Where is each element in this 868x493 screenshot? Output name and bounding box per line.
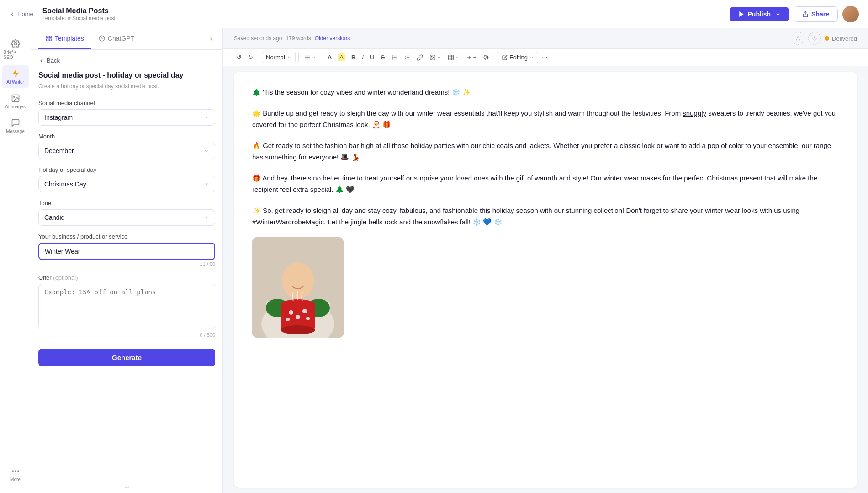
editor-paragraph-1: 🌲 'Tis the season for cozy vibes and win… — [252, 86, 839, 98]
field-tone-label: Tone — [38, 200, 215, 207]
share-button[interactable]: Share — [794, 6, 838, 22]
text-style-select[interactable]: Normal — [262, 52, 296, 63]
strikethrough-button[interactable]: S — [378, 52, 387, 63]
svg-point-51 — [302, 309, 307, 313]
business-input[interactable] — [38, 243, 215, 260]
panel: Templates ChatGPT Back Social media post… — [31, 28, 223, 493]
person-icon — [795, 36, 801, 41]
publish-play-icon — [738, 11, 745, 18]
editing-label: Editing — [509, 54, 528, 61]
font-color-button[interactable]: A — [325, 52, 334, 63]
link-button[interactable] — [414, 53, 426, 63]
sidebar-label-ai-writer: AI Writer — [6, 80, 24, 85]
italic-button[interactable]: I — [359, 52, 366, 63]
tab-templates-label: Templates — [55, 35, 84, 42]
editor-toolbar: ↺ ↻ Normal A A B I U S — [223, 48, 868, 66]
tab-templates[interactable]: Templates — [38, 28, 91, 49]
sidebar-item-message[interactable]: Message — [2, 115, 29, 138]
svg-point-5 — [13, 96, 14, 98]
status-dot — [825, 36, 829, 41]
underline-button[interactable]: U — [367, 52, 377, 63]
back-chevron-icon — [38, 58, 45, 64]
align-icon — [304, 54, 311, 61]
paragraph-3-text: 🔥 Get ready to set the fashion bar high … — [252, 142, 831, 161]
svg-point-2 — [14, 43, 16, 45]
bold-button[interactable]: B — [349, 52, 358, 63]
svg-point-52 — [286, 318, 290, 321]
toolbar-divider-1 — [259, 53, 259, 62]
more-options-button[interactable]: ⋯ — [539, 52, 550, 63]
older-versions-link[interactable]: Older versions — [315, 35, 350, 42]
home-link[interactable]: Home — [9, 11, 33, 17]
more-dots-icon — [11, 466, 20, 476]
avatar-image — [842, 6, 859, 22]
toolbar-divider-2 — [298, 53, 299, 62]
share-icon — [802, 11, 809, 17]
word-count: 179 words — [286, 35, 311, 42]
form-description: Create a holiday or special day social m… — [38, 82, 215, 90]
top-nav: Home Social Media Posts Template: # Soci… — [0, 0, 868, 28]
svg-rect-12 — [49, 39, 51, 41]
social-channel-select[interactable]: Instagram Facebook Twitter LinkedIn — [38, 109, 215, 126]
image-insert-button[interactable] — [427, 53, 444, 63]
share-label: Share — [811, 11, 829, 18]
svg-point-49 — [289, 310, 293, 315]
svg-point-14 — [797, 37, 799, 38]
generate-button[interactable]: Generate — [38, 349, 215, 366]
nav-actions: Publish Share — [730, 6, 859, 22]
svg-rect-30 — [449, 55, 454, 60]
paragraph-5-text: ✨ So, get ready to sleigh all day and st… — [252, 207, 799, 226]
publish-chevron-icon — [775, 11, 781, 17]
christmas-cup-image — [252, 237, 344, 338]
back-button[interactable]: Back — [38, 57, 215, 64]
status-label: Delivered — [832, 35, 857, 42]
offer-optional: (optional) — [53, 274, 78, 281]
svg-rect-9 — [47, 36, 48, 38]
tab-chatgpt[interactable]: ChatGPT — [91, 28, 142, 49]
undo-button[interactable]: ↺ — [234, 52, 244, 63]
gear-icon — [11, 39, 20, 48]
editor-content[interactable]: 🌲 'Tis the season for cozy vibes and win… — [234, 72, 857, 488]
sidebar-item-more[interactable]: More — [2, 463, 29, 486]
publish-button[interactable]: Publish — [730, 7, 789, 21]
sidebar-label-more: More — [10, 477, 21, 482]
offer-textarea[interactable] — [38, 284, 215, 329]
month-select[interactable]: JanuaryFebruaryMarchAprilMayJuneJulyAugu… — [38, 143, 215, 159]
field-offer-label: Offer (optional) — [38, 274, 215, 281]
offer-char-count: 0 / 500 — [38, 332, 215, 338]
editor-paragraph-2: 🌟 Bundle up and get ready to sleigh the … — [252, 107, 839, 131]
paragraph-1-text: 🌲 'Tis the season for cozy vibes and win… — [252, 88, 471, 96]
form-title: Social media post - holiday or special d… — [38, 71, 215, 80]
style-chevron-icon — [287, 55, 291, 60]
saved-label: Saved seconds ago — [234, 35, 282, 42]
panel-collapse-button[interactable] — [208, 28, 215, 49]
sidebar-label-brief-seo: Brief + SEO — [4, 50, 27, 60]
field-month-label: Month — [38, 133, 215, 140]
insert-image-icon — [429, 54, 436, 61]
editing-mode-select[interactable]: Editing — [498, 52, 538, 63]
toolbar-divider-4 — [495, 53, 495, 62]
clear-format-button[interactable] — [480, 53, 492, 63]
bullet-list-button[interactable] — [388, 53, 400, 63]
redo-button[interactable]: ↻ — [245, 52, 256, 63]
sidebar-item-ai-images[interactable]: AI Images — [2, 90, 29, 113]
svg-point-48 — [281, 325, 315, 334]
special-chars-button[interactable]: ± — [463, 52, 479, 63]
chat-icon — [11, 118, 20, 127]
content-image — [252, 237, 344, 338]
field-tone: Tone Candid Formal Casual Humorous Inspi… — [38, 200, 215, 226]
sidebar-item-brief-seo[interactable]: Brief + SEO — [2, 36, 29, 64]
settings-button[interactable] — [808, 32, 821, 45]
align-button[interactable] — [302, 53, 319, 63]
bolt-icon — [11, 69, 20, 78]
field-holiday-label: Holiday or special day — [38, 166, 215, 173]
numbered-list-button[interactable] — [401, 53, 413, 63]
svg-rect-11 — [47, 39, 48, 41]
holiday-select[interactable]: Christmas Day New Year's Day Thanksgivin… — [38, 176, 215, 192]
sidebar-item-ai-writer[interactable]: AI Writer — [2, 65, 29, 88]
svg-point-24 — [392, 58, 393, 59]
table-button[interactable] — [445, 53, 462, 63]
tone-select[interactable]: Candid Formal Casual Humorous Inspiratio… — [38, 209, 215, 226]
toolbar-divider-3 — [322, 53, 322, 62]
highlight-button[interactable]: A — [335, 52, 348, 63]
